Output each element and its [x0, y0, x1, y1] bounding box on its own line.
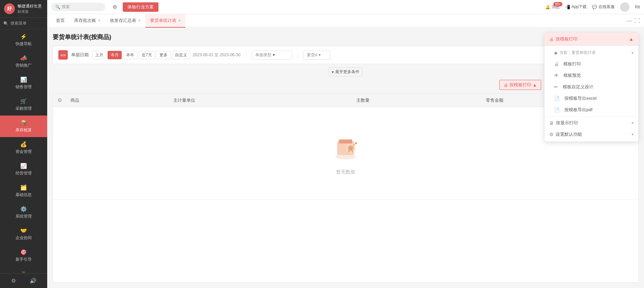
sidebar-item-operation[interactable]: 📈 经营管理 — [0, 159, 47, 180]
basic-icon: 🗂️ — [20, 184, 27, 191]
sidebar-item-basic[interactable]: 🗂️ 基础信息 — [0, 180, 47, 202]
sidebar-item-sales[interactable]: 📊 销售管理 — [0, 72, 47, 94]
date-btn-7days[interactable]: 近7天 — [139, 51, 155, 59]
template-preview-icon: 👁 — [554, 73, 559, 78]
template-design-item[interactable]: ✏ 模板自定义设计 — [545, 81, 638, 93]
tab-home[interactable]: 首页 — [51, 14, 69, 28]
top-header: 🔍 搜索 ⚙ 体验行业方案 🔔 消息 99+ 📲 App下载 💬 在线客服 Ri… — [47, 0, 644, 14]
date-range-display: 2023-06-01 至 2023-06-30 — [193, 52, 240, 58]
empty-illustration — [329, 131, 362, 165]
logo-icon: 好 — [4, 3, 15, 14]
print-template-button[interactable]: 🖨 按模板打印 ▲ — [499, 80, 541, 90]
display-print-item[interactable]: 🖥 按显示打印 ▾ — [545, 117, 638, 129]
sidebar-item-purchase[interactable]: 🛒 采购管理 — [0, 94, 47, 116]
col-goods: 商品 — [66, 94, 169, 107]
dropdown-section: ◉ 当前：要货单统计表 ▾ 🖨 模板打印 👁 模板预览 ✏ 模板自定义设计 — [545, 46, 638, 141]
expand-more-button[interactable]: ▾ 展开更多条件 — [329, 67, 362, 76]
current-icon: ◉ — [554, 51, 557, 55]
filter-separator — [246, 52, 246, 58]
app-download-button[interactable]: 📲 App下载 — [565, 4, 587, 10]
chevron-up-icon: ▲ — [533, 83, 537, 88]
guide-icon: 🎯 — [20, 249, 27, 255]
sales-icon: 📊 — [20, 76, 27, 83]
doc-type-select[interactable]: 单据类型 ▾ — [252, 51, 292, 60]
download-icon: 📲 — [565, 5, 570, 9]
sidebar: 好 畅捷通好生意 标准版 🔍 搜索菜单 ⚡ 快捷导航 📣 营销推广 📊 销售管理… — [0, 0, 47, 288]
date-btn-more[interactable]: 更多 — [156, 51, 171, 59]
notification-badge: 99+ — [553, 2, 562, 6]
date-btn-this-month[interactable]: 本月 — [108, 51, 122, 59]
current-template-label: ◉ 当前：要货单统计表 ▾ — [545, 47, 638, 58]
header-gear-button[interactable]: ⚙ — [110, 2, 119, 12]
search-icon: 🔍 — [3, 21, 8, 26]
dropdown-header-left: 🖨 按模板打印 — [549, 36, 578, 42]
sidebar-footer: ⚙ 🔊 — [0, 273, 47, 288]
template-pdf-item[interactable]: 📄 按模板导出pdf — [545, 104, 638, 116]
tab-close-collection[interactable]: × — [138, 19, 141, 23]
tabs-minimize-icon[interactable]: — — [626, 18, 632, 24]
column-settings-icon[interactable]: ⚙ — [57, 97, 62, 103]
dropdown-collapse-icon[interactable]: ▲ — [629, 36, 634, 42]
dropdown-divider — [545, 116, 638, 117]
order-goods-select[interactable]: 要货d ▾ — [303, 51, 330, 60]
template-print-item[interactable]: 🖨 模板打印 — [545, 58, 638, 70]
col-settings[interactable]: ⚙ — [53, 94, 66, 107]
dropdown-header-right: ▲ — [629, 36, 634, 42]
sidebar-item-guide[interactable]: 🎯 新手引导 — [0, 245, 47, 266]
filter-expand-button[interactable]: «» — [58, 50, 68, 60]
date-btn-this-year[interactable]: 本年 — [123, 51, 137, 59]
header-right: 🔔 消息 99+ 📲 App下载 💬 在线客服 Rit — [545, 2, 640, 12]
date-btn-last-month[interactable]: 上月 — [92, 51, 106, 59]
template-print-icon: 🖨 — [554, 61, 559, 67]
tabs-maximize-icon[interactable]: ⛶ — [635, 18, 640, 24]
template-excel-icon: 📄 — [554, 96, 560, 101]
tab-close-order-stats[interactable]: × — [178, 19, 181, 23]
col-unit: 主计量单位 — [169, 94, 352, 107]
apps-icon: 📱 — [20, 270, 27, 273]
date-btn-custom[interactable]: 自定义 — [172, 51, 190, 59]
header-search-bar[interactable]: 🔍 搜索 — [51, 3, 105, 11]
user-avatar — [620, 2, 630, 12]
tab-order-stats[interactable]: 要货单统计表 × — [145, 14, 185, 28]
tabs-bar: 首页 库存批次账 × 收发存汇总表 × 要货单统计表 × — ⛶ — [47, 14, 644, 28]
chevron-down-icon: ▾ — [273, 53, 275, 57]
online-service-button[interactable]: 💬 在线客服 — [592, 4, 615, 10]
marketing-icon: 📣 — [20, 55, 27, 61]
tabs-right-icons: — ⛶ — [626, 18, 640, 24]
speaker-footer-icon[interactable]: 🔊 — [30, 278, 36, 284]
service-icon: 💬 — [592, 5, 597, 9]
inventory-icon: 📦 — [20, 120, 27, 126]
template-pdf-icon: 📄 — [554, 107, 560, 113]
sidebar-item-collab[interactable]: 🤝 企业协同 — [0, 223, 47, 245]
sidebar-item-apps[interactable]: 📱 应用中心 — [0, 266, 47, 273]
svg-point-5 — [349, 146, 353, 150]
template-preview-item[interactable]: 👁 模板预览 — [545, 70, 638, 81]
printer-icon: 🖨 — [504, 83, 508, 88]
main-content: 🔍 搜索 ⚙ 体验行业方案 🔔 消息 99+ 📲 App下载 💬 在线客服 Ri… — [47, 0, 644, 288]
tab-batch[interactable]: 库存批次账 × — [69, 14, 105, 28]
collab-icon: 🤝 — [20, 227, 27, 234]
operation-icon: 📈 — [20, 163, 27, 169]
sidebar-item-shortcut[interactable]: ⚡ 快捷导航 — [0, 29, 47, 51]
sidebar-item-finance[interactable]: 💰 资金管理 — [0, 137, 47, 159]
notifications-button[interactable]: 🔔 消息 99+ — [545, 4, 560, 10]
sidebar-search[interactable]: 🔍 搜索菜单 — [0, 18, 47, 29]
trial-button[interactable]: 体验行业方案 — [123, 2, 158, 12]
set-default-icon: ⚙ — [549, 132, 554, 137]
print-dropdown-menu: 🖨 按模板打印 ▲ ◉ 当前：要货单统计表 ▾ 🖨 模板打印 — [544, 32, 639, 142]
template-excel-item[interactable]: 📄 按模板导出excel — [545, 93, 638, 104]
tab-collection[interactable]: 收发存汇总表 × — [105, 14, 145, 28]
svg-rect-2 — [339, 139, 352, 143]
settings-footer-icon[interactable]: ⚙ — [11, 278, 16, 284]
empty-text: 暂无数据 — [336, 169, 355, 175]
tab-close-batch[interactable]: × — [98, 19, 100, 23]
sidebar-item-inventory[interactable]: 📦 库存核算 — [0, 116, 47, 137]
sidebar-item-marketing[interactable]: 📣 营销推广 — [0, 51, 47, 72]
header-actions: ⚙ — [110, 2, 119, 12]
sidebar-nav: ⚡ 快捷导航 📣 营销推广 📊 销售管理 🛒 采购管理 📦 库存核算 💰 资金管… — [0, 29, 47, 273]
dropdown-header: 🖨 按模板打印 ▲ — [545, 33, 638, 46]
set-default-item[interactable]: ⚙ 设置默认功能 ▾ — [545, 129, 638, 140]
expand-icon: ▾ — [332, 70, 334, 74]
sidebar-item-system[interactable]: ⚙️ 系统管理 — [0, 202, 47, 223]
svg-point-7 — [355, 142, 357, 144]
